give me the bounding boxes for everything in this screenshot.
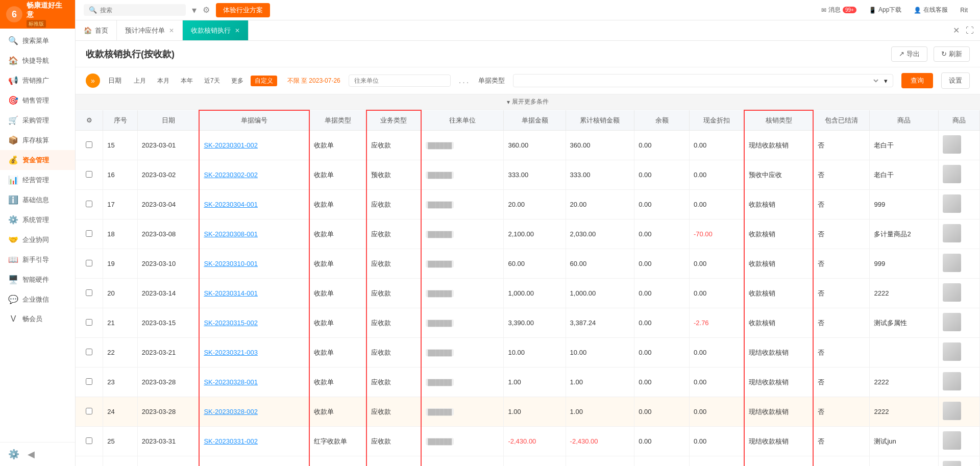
sidebar-label-member: 畅会员	[22, 314, 42, 324]
sidebar-label-quicknav: 快捷导航	[22, 56, 49, 65]
sidebar-item-inventory[interactable]: 📦库存核算	[0, 130, 75, 150]
sidebar-item-search[interactable]: 🔍搜索菜单	[0, 31, 75, 51]
date-this-year-btn[interactable]: 本年	[177, 75, 197, 87]
sidebar-item-finance[interactable]: 💰资金管理	[0, 150, 75, 170]
col-cashdiscount-header: 现金折扣	[689, 110, 744, 131]
row-checkbox-3[interactable]	[76, 219, 103, 249]
row-no-0: 15	[103, 131, 137, 160]
sidebar-item-sales[interactable]: 🎯销售管理	[0, 90, 75, 110]
singleno-link-4[interactable]: SK-20230310-001	[204, 260, 258, 267]
row-includecleared-9: 否	[813, 397, 870, 427]
collapse-icon[interactable]: ◀	[28, 449, 35, 460]
sidebar-item-member[interactable]: V畅会员	[0, 309, 75, 329]
col-gear-header[interactable]: ⚙	[76, 110, 103, 131]
settings-icon[interactable]: ⚙️	[8, 449, 19, 460]
type-filter-select[interactable]	[519, 77, 880, 85]
date-this-month-btn[interactable]: 本月	[153, 75, 174, 87]
row-balance-7: 0.00	[634, 338, 690, 367]
notification-btn[interactable]: ✉ 消息 99+	[817, 4, 861, 16]
partner-filter-input[interactable]	[354, 77, 445, 84]
tab-close-all-icon[interactable]: ✕	[953, 26, 960, 35]
tab-receivecancellation-close[interactable]: ✕	[235, 27, 240, 34]
date-7days-btn[interactable]: 近7天	[200, 75, 224, 87]
notification-icon: ✉	[821, 7, 826, 14]
row-checkbox-1[interactable]	[76, 160, 103, 190]
row-goodsimg-2	[939, 190, 980, 219]
row-date-3: 2023-03-08	[137, 219, 199, 249]
tab-maximize-icon[interactable]: ⛶	[966, 26, 974, 35]
table-row: 21 2023-03-15 SK-20230315-002 收款单 应收款 ██…	[76, 308, 980, 338]
row-cashdiscount-9: 0.00	[689, 397, 744, 427]
row-checkbox-10[interactable]	[76, 427, 103, 456]
search-input[interactable]	[100, 7, 172, 14]
singleno-link-3[interactable]: SK-20230308-001	[204, 230, 258, 238]
filter-settings-btn[interactable]: 设置	[941, 72, 970, 89]
row-includecleared-6: 否	[813, 308, 870, 338]
singleno-link-9[interactable]: SK-20230328-002	[204, 408, 258, 415]
row-checkbox-2[interactable]	[76, 190, 103, 219]
sidebar-item-basic[interactable]: ℹ️基础信息	[0, 190, 75, 210]
partner-filter-box[interactable]	[349, 75, 451, 87]
singleno-link-6[interactable]: SK-20230315-002	[204, 319, 258, 327]
singleno-link-1[interactable]: SK-20230302-002	[204, 171, 258, 179]
row-canceltype-11: 预收款核销	[744, 456, 813, 467]
industry-solution-btn[interactable]: 体验行业方案	[216, 3, 270, 17]
date-custom-btn[interactable]: 自定义	[251, 76, 277, 86]
row-checkbox-0[interactable]	[76, 131, 103, 160]
filter-more-dots[interactable]: ...	[459, 76, 470, 85]
search-box[interactable]: 🔍	[84, 4, 186, 16]
export-btn[interactable]: ↗ 导出	[891, 46, 927, 62]
date-filter-label: 日期	[108, 76, 121, 85]
row-cancelamount-10: -2,430.00	[566, 427, 634, 456]
dropdown-icon[interactable]: ▾	[192, 5, 197, 16]
singleno-link-5[interactable]: SK-20230314-001	[204, 289, 258, 297]
row-cancelamount-3: 2,030.00	[566, 219, 634, 249]
refresh-btn[interactable]: ↻ 刷新	[934, 46, 970, 62]
sidebar-item-enterprise[interactable]: 🤝企业协同	[0, 230, 75, 250]
row-checkbox-11[interactable]	[76, 456, 103, 467]
gear-icon[interactable]: ⚙	[86, 116, 92, 124]
table-row: 25 2023-03-31 SK-20230331-002 红字收款单 应收款 …	[76, 427, 980, 456]
app-download-btn[interactable]: 📱 App下载	[865, 4, 905, 16]
tab-payable-close[interactable]: ✕	[169, 27, 174, 34]
sidebar-item-wechat[interactable]: 💬企业微信	[0, 289, 75, 309]
sidebar-item-hardware[interactable]: 🖥️智能硬件	[0, 269, 75, 289]
singleno-link-0[interactable]: SK-20230301-002	[204, 141, 258, 149]
row-checkbox-6[interactable]	[76, 308, 103, 338]
row-checkbox-7[interactable]	[76, 338, 103, 367]
row-checkbox-5[interactable]	[76, 279, 103, 308]
quicknav-icon: 🏠	[8, 56, 18, 65]
query-btn[interactable]: 查询	[901, 73, 933, 88]
goods-thumb-2	[943, 194, 961, 213]
online-service-btn[interactable]: 👤 在线客服	[910, 4, 952, 16]
type-filter-box[interactable]: ▾	[513, 74, 893, 87]
sidebar-item-marketing[interactable]: 📢营销推广	[0, 70, 75, 90]
row-checkbox-4[interactable]	[76, 249, 103, 279]
singleno-link-10[interactable]: SK-20230331-002	[204, 437, 258, 445]
sidebar-item-guide[interactable]: 📖新手引导	[0, 250, 75, 269]
tab-home[interactable]: 🏠 首页	[76, 20, 117, 40]
sidebar-item-system[interactable]: ⚙️系统管理	[0, 210, 75, 230]
singleno-link-7[interactable]: SK-20230321-003	[204, 349, 258, 356]
table-row: 26 2023-04-03 SK-20230403-002 收款单 预收款 ██…	[76, 456, 980, 467]
date-more-btn[interactable]: 更多	[227, 75, 248, 87]
settings-gear-icon[interactable]: ⚙	[203, 5, 210, 15]
row-balance-6: 0.00	[634, 308, 690, 338]
sidebar-item-purchase[interactable]: 🛒采购管理	[0, 110, 75, 130]
col-date-header: 日期	[137, 110, 199, 131]
user-avatar[interactable]: Rit	[956, 5, 972, 16]
refresh-icon: ↻	[941, 50, 947, 58]
row-checkbox-8[interactable]	[76, 367, 103, 397]
filter-toggle-btn[interactable]: »	[86, 73, 100, 88]
row-checkbox-9[interactable]	[76, 397, 103, 427]
row-goodsimg-4	[939, 249, 980, 279]
date-last-month-btn[interactable]: 上月	[130, 75, 150, 87]
singleno-link-2[interactable]: SK-20230304-001	[204, 201, 258, 208]
tab-receivecancellation[interactable]: 收款核销执行 ✕	[183, 20, 249, 40]
tab-payable[interactable]: 预计冲应付单 ✕	[117, 20, 183, 40]
expand-more-btn[interactable]: ▾ 展开更多条件	[507, 97, 549, 106]
sidebar-item-operation[interactable]: 📊经营管理	[0, 170, 75, 190]
row-no-5: 20	[103, 279, 137, 308]
sidebar-item-quicknav[interactable]: 🏠快捷导航	[0, 51, 75, 70]
singleno-link-8[interactable]: SK-20230328-001	[204, 378, 258, 386]
